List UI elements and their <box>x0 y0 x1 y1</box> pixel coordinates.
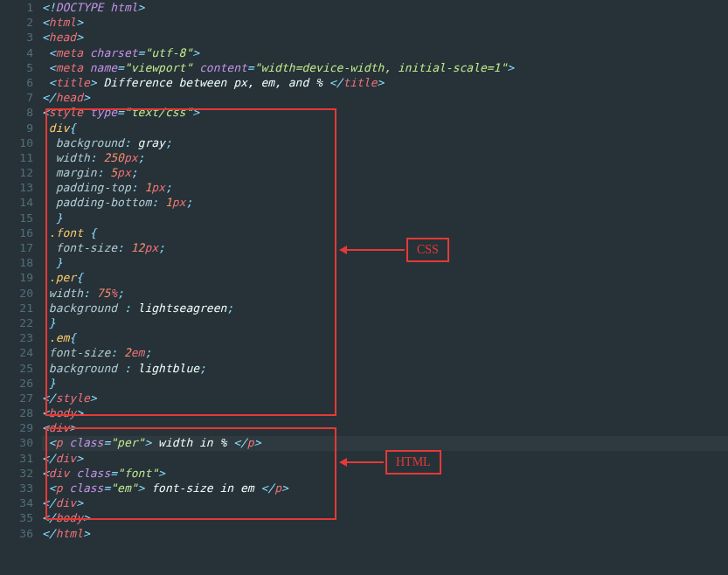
token: title <box>56 76 90 89</box>
line-number: 22 <box>0 315 33 330</box>
css-label: CSS <box>406 238 449 262</box>
token: div <box>49 121 69 135</box>
token: ; <box>185 196 192 209</box>
code-line[interactable]: } <box>42 376 728 391</box>
token: ; <box>138 151 145 164</box>
token: em <box>131 346 145 359</box>
token: < <box>42 16 49 29</box>
code-line[interactable]: <body> <box>42 405 728 420</box>
token: ; <box>165 181 172 194</box>
token: > <box>83 91 90 104</box>
token: : <box>151 196 165 209</box>
token: = <box>117 61 124 74</box>
html-arrow <box>347 461 384 463</box>
code-line[interactable]: .per{ <box>42 270 728 285</box>
token <box>42 166 56 179</box>
token: meta <box>56 61 83 74</box>
code-line[interactable]: <meta name="viewport" content="width=dev… <box>42 60 728 75</box>
code-line[interactable]: .font { <box>42 225 728 240</box>
token: > <box>138 1 145 14</box>
line-number: 24 <box>0 345 33 360</box>
token: : <box>110 346 124 359</box>
code-line[interactable]: font-size: 2em; <box>42 345 728 360</box>
code-line[interactable]: } <box>42 211 728 225</box>
token: </ <box>42 496 56 509</box>
line-number: 4 <box>0 45 33 60</box>
code-line[interactable]: <html> <box>42 15 728 30</box>
token <box>42 301 49 315</box>
token: < <box>42 467 49 480</box>
token: > <box>83 511 90 524</box>
token: > <box>192 106 199 119</box>
line-number: 27 <box>0 391 33 405</box>
token <box>42 211 56 225</box>
code-line[interactable]: font-size: 12px; <box>42 240 728 255</box>
code-line[interactable]: <p class="em"> font-size in em </p> <box>42 481 728 495</box>
token: > <box>192 46 199 59</box>
token: > <box>158 467 165 480</box>
code-line[interactable]: <div> <box>42 420 728 435</box>
code-line[interactable]: <!DOCTYPE html> <box>42 0 728 15</box>
code-editor[interactable]: 1234567891011121314151617181920212223242… <box>0 0 728 541</box>
token <box>42 151 56 164</box>
line-number: 32 <box>0 466 33 481</box>
code-line[interactable]: </head> <box>42 90 728 105</box>
token: padding-bottom <box>56 196 152 209</box>
token: ; <box>158 241 165 254</box>
token: padding-top <box>56 181 131 194</box>
token: } <box>49 316 56 329</box>
code-line[interactable]: div{ <box>42 121 728 135</box>
token: % <box>110 287 117 300</box>
code-line[interactable]: padding-bottom: 1px; <box>42 195 728 210</box>
line-number: 31 <box>0 451 33 466</box>
code-line[interactable]: </body> <box>42 510 728 525</box>
code-line[interactable]: } <box>42 315 728 330</box>
line-number: 18 <box>0 255 33 270</box>
line-number-gutter: 1234567891011121314151617181920212223242… <box>0 0 42 541</box>
token: div <box>56 496 76 509</box>
token <box>42 271 49 284</box>
code-line[interactable]: <title> Difference between px, em, and %… <box>42 75 728 90</box>
code-line[interactable]: .em{ <box>42 330 728 345</box>
token: "width=device-width, initial-scale=1" <box>254 61 508 74</box>
code-line[interactable]: margin: 5px; <box>42 165 728 180</box>
token: DOCTYPE html <box>56 1 138 14</box>
line-number: 10 <box>0 135 33 150</box>
token: : <box>83 287 97 300</box>
token: = <box>110 467 117 480</box>
token: { <box>76 271 83 284</box>
token: lightseagreen <box>138 301 227 315</box>
token: head <box>49 31 76 44</box>
code-line[interactable]: width: 75%; <box>42 286 728 301</box>
code-line[interactable]: } <box>42 255 728 270</box>
token: < <box>49 481 56 495</box>
code-line[interactable]: width: 250px; <box>42 150 728 165</box>
token <box>42 61 49 74</box>
code-line[interactable]: <style type="text/css"> <box>42 105 728 120</box>
token: { <box>83 226 97 239</box>
code-line[interactable]: </style> <box>42 391 728 405</box>
code-line[interactable]: <meta charset="utf-8"> <box>42 45 728 60</box>
token: px <box>172 196 186 209</box>
current-line-highlight <box>42 436 728 451</box>
code-line[interactable]: background : lightseagreen; <box>42 301 728 315</box>
token: > <box>76 452 83 465</box>
code-line[interactable]: </html> <box>42 526 728 541</box>
code-line[interactable]: <head> <box>42 30 728 45</box>
token: background <box>49 301 117 315</box>
line-number: 3 <box>0 30 33 45</box>
token: class <box>76 467 110 480</box>
token: "utf-8" <box>144 46 192 59</box>
line-number: 35 <box>0 510 33 525</box>
code-line[interactable]: background : lightblue; <box>42 361 728 376</box>
token: px <box>151 181 165 194</box>
line-number: 26 <box>0 376 33 391</box>
code-line[interactable]: background: gray; <box>42 135 728 150</box>
line-number: 20 <box>0 286 33 301</box>
code-line[interactable]: padding-top: 1px; <box>42 180 728 195</box>
token: background <box>49 362 117 375</box>
token: </ <box>260 481 274 495</box>
line-number: 23 <box>0 330 33 345</box>
code-line[interactable]: </div> <box>42 495 728 510</box>
html-label: HTML <box>385 450 441 475</box>
